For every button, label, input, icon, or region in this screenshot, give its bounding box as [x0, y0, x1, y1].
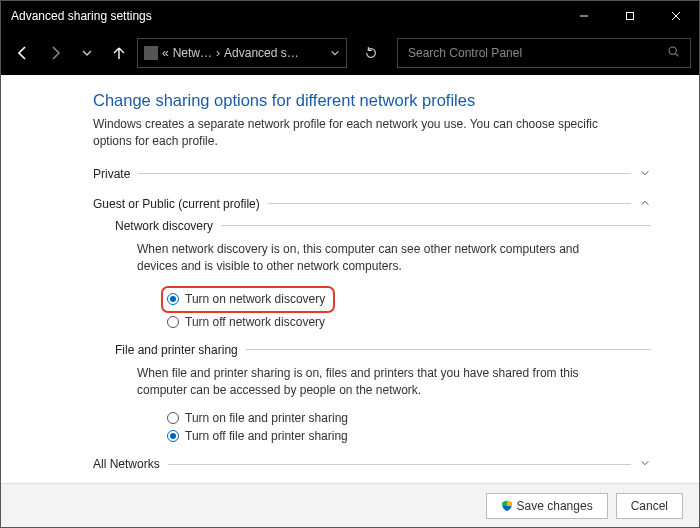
chevron-down-icon [639, 168, 651, 180]
svg-rect-1 [627, 13, 634, 20]
search-input[interactable] [408, 46, 667, 60]
recent-dropdown[interactable] [73, 39, 101, 67]
radio-icon [167, 316, 179, 328]
radio-icon [167, 412, 179, 424]
page-description: Windows creates a separate network profi… [93, 116, 603, 151]
breadcrumb-1[interactable]: Netw… [173, 46, 212, 60]
address-bar[interactable]: « Netw… › Advanced sh… [137, 38, 347, 68]
group-file-printer-sharing: File and printer sharing [115, 343, 651, 357]
back-button[interactable] [9, 39, 37, 67]
uac-shield-icon [501, 500, 513, 512]
content-area: Change sharing options for different net… [1, 75, 699, 483]
chevron-down-icon [639, 458, 651, 470]
group-network-discovery-label: Network discovery [115, 219, 213, 233]
search-box[interactable] [397, 38, 691, 68]
folder-icon [144, 46, 158, 60]
titlebar: Advanced sharing settings [1, 1, 699, 31]
cancel-label: Cancel [631, 499, 668, 513]
radio-turn-off-file-printer[interactable]: Turn off file and printer sharing [167, 427, 651, 445]
network-discovery-radios: Turn on network discovery Turn off netwo… [167, 286, 651, 331]
section-private-rule [138, 173, 631, 174]
breadcrumb-prefix: « [162, 46, 169, 60]
svg-line-5 [676, 54, 679, 57]
refresh-button[interactable] [357, 39, 385, 67]
group-file-printer-label: File and printer sharing [115, 343, 238, 357]
file-printer-radios: Turn on file and printer sharing Turn of… [167, 409, 651, 445]
radio-label: Turn on file and printer sharing [185, 411, 348, 425]
save-changes-button[interactable]: Save changes [486, 493, 608, 519]
section-guest-rule [268, 203, 631, 204]
radio-label: Turn off file and printer sharing [185, 429, 348, 443]
footer: Save changes Cancel [1, 483, 699, 527]
section-private-label: Private [93, 167, 130, 181]
search-icon[interactable] [667, 45, 680, 61]
cancel-button[interactable]: Cancel [616, 493, 683, 519]
save-changes-label: Save changes [517, 499, 593, 513]
network-discovery-description: When network discovery is on, this compu… [137, 241, 617, 276]
radio-icon [167, 430, 179, 442]
address-dropdown-icon[interactable] [330, 48, 340, 58]
close-button[interactable] [653, 1, 699, 31]
window-controls [561, 1, 699, 31]
radio-turn-on-network-discovery[interactable]: Turn on network discovery [167, 290, 325, 308]
file-printer-description: When file and printer sharing is on, fil… [137, 365, 617, 400]
svg-point-4 [669, 47, 676, 54]
radio-label: Turn on network discovery [185, 292, 325, 306]
minimize-button[interactable] [561, 1, 607, 31]
section-guest-public[interactable]: Guest or Public (current profile) [93, 197, 651, 211]
navbar: « Netw… › Advanced sh… [1, 31, 699, 75]
up-button[interactable] [105, 39, 133, 67]
breadcrumb-2[interactable]: Advanced sh… [224, 46, 304, 60]
radio-icon [167, 293, 179, 305]
radio-turn-off-network-discovery[interactable]: Turn off network discovery [167, 313, 651, 331]
section-private[interactable]: Private [93, 167, 651, 181]
radio-label: Turn off network discovery [185, 315, 325, 329]
page-heading: Change sharing options for different net… [93, 91, 651, 110]
chevron-up-icon [639, 198, 651, 210]
window-root: Advanced sharing settings [0, 0, 700, 528]
forward-button[interactable] [41, 39, 69, 67]
maximize-button[interactable] [607, 1, 653, 31]
section-all-networks-label: All Networks [93, 457, 160, 471]
section-guest-label: Guest or Public (current profile) [93, 197, 260, 211]
section-all-networks[interactable]: All Networks [93, 457, 651, 471]
window-title: Advanced sharing settings [1, 9, 152, 23]
radio-turn-on-file-printer[interactable]: Turn on file and printer sharing [167, 409, 651, 427]
breadcrumb-sep: › [216, 46, 220, 60]
group-network-discovery: Network discovery [115, 219, 651, 233]
highlight-turn-on-discovery: Turn on network discovery [161, 286, 335, 313]
